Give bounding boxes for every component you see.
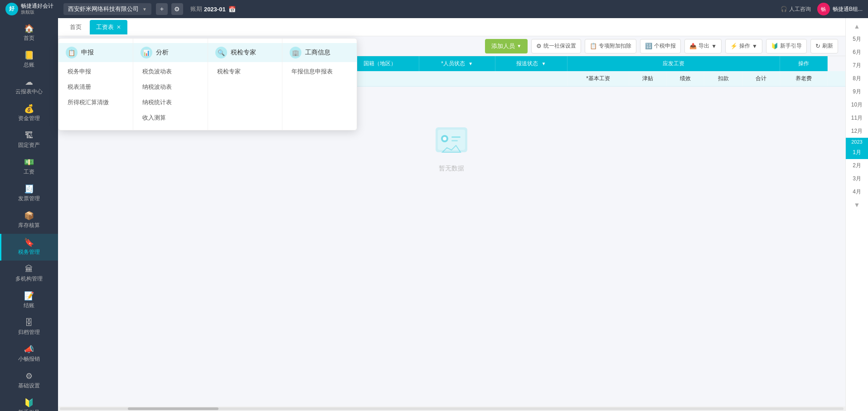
dropdown-section-header-analysis: 📊 分析 bbox=[133, 43, 208, 62]
salary-icon: 💵 bbox=[24, 158, 34, 166]
rp-month-10[interactable]: 10月 bbox=[846, 98, 868, 111]
sidebar-label-multi-org: 多机构管理 bbox=[15, 275, 43, 283]
sidebar-item-settings[interactable]: ⚙ 基础设置 bbox=[0, 367, 58, 394]
sidebar-label-ledger: 总账 bbox=[24, 61, 34, 69]
dropdown-section-expert: 🔍 税检专家 税检专家 bbox=[208, 39, 282, 130]
tab-salary-sheet[interactable]: 工资表 ✕ bbox=[90, 20, 127, 34]
sidebar-item-home[interactable]: 🏠 首页 bbox=[0, 20, 58, 47]
period-info: 账期 2023-01 📅 bbox=[190, 5, 236, 13]
sidebar-item-ledger[interactable]: 📒 总账 bbox=[0, 47, 58, 73]
expert-section-icon: 🔍 bbox=[215, 47, 227, 58]
dropdown-item-tax-register[interactable]: 税表清册 bbox=[58, 79, 133, 95]
rp-month-1[interactable]: 1月 bbox=[846, 146, 868, 159]
tax-declare-btn[interactable]: 🔢 个税申报 bbox=[640, 39, 681, 53]
logo-text-block: 畅捷通好会计 旗舰版 bbox=[21, 3, 53, 15]
rp-month-5[interactable]: 5月 bbox=[846, 33, 868, 46]
add-company-btn[interactable]: ＋ bbox=[156, 3, 168, 15]
sidebar-item-expense[interactable]: 📣 小畅报销 bbox=[0, 341, 58, 367]
th-deduction: 扣款 bbox=[704, 71, 742, 87]
assets-icon: 🏗 bbox=[25, 131, 33, 140]
sidebar-item-guide[interactable]: 🔰 新手引导 bbox=[0, 394, 58, 411]
th-pension: 养老费 bbox=[780, 71, 827, 87]
top-bar: 好 畅捷通好会计 旗舰版 西安虾米网络科技有限公司 ▼ ＋ ⚙ 账期 2023-… bbox=[0, 0, 868, 18]
dropdown-section-header-business: 🏢 工商信息 bbox=[282, 43, 357, 62]
sidebar-label-closing: 结账 bbox=[24, 302, 34, 309]
social-security-btn[interactable]: ⚙ 统一社保设置 bbox=[531, 39, 581, 53]
guide-btn-icon: 🔰 bbox=[771, 43, 778, 49]
app-name: 畅捷通好会计 bbox=[21, 3, 53, 9]
rp-month-3[interactable]: 3月 bbox=[846, 172, 868, 185]
user-info[interactable]: 畅 畅捷通B组... bbox=[817, 3, 863, 15]
rp-month-12[interactable]: 12月 bbox=[846, 125, 868, 138]
dropdown-item-annual-report[interactable]: 年报信息申报表 bbox=[282, 64, 357, 79]
guide-btn[interactable]: 🔰 新手引导 bbox=[766, 39, 807, 53]
operation-btn[interactable]: ⚡ 操作 ▼ bbox=[725, 39, 762, 53]
dropdown-item-income-estimate[interactable]: 收入测算 bbox=[133, 110, 208, 126]
guide-btn-label: 新手引导 bbox=[780, 42, 802, 50]
period-calendar-icon[interactable]: 📅 bbox=[228, 6, 236, 13]
scrollbar-thumb[interactable] bbox=[128, 407, 218, 410]
multi-org-icon: 🏛 bbox=[25, 265, 33, 273]
rp-month-4[interactable]: 4月 bbox=[846, 185, 868, 198]
declare-section-title: 申报 bbox=[81, 48, 94, 57]
home-icon: 🏠 bbox=[24, 24, 34, 33]
export-label: 导出 bbox=[698, 42, 709, 50]
rp-month-6[interactable]: 6月 bbox=[846, 46, 868, 59]
dropdown-item-tax-expert[interactable]: 税检专家 bbox=[208, 64, 282, 79]
rp-up-btn[interactable]: ▲ bbox=[851, 20, 863, 33]
company-selector[interactable]: 西安虾米网络科技有限公司 ▼ bbox=[63, 3, 151, 15]
sidebar-item-fund[interactable]: 💰 资金管理 bbox=[0, 100, 58, 127]
business-section-title: 工商信息 bbox=[305, 48, 330, 57]
service-btn[interactable]: 🎧 人工咨询 bbox=[781, 5, 811, 13]
dropdown-item-income-tax-settlement[interactable]: 所得税汇算清缴 bbox=[58, 95, 133, 110]
sidebar-item-archive[interactable]: 🗄 归档管理 bbox=[0, 314, 58, 341]
dropdown-item-tax-burden[interactable]: 税负波动表 bbox=[133, 64, 208, 79]
tab-home[interactable]: 首页 bbox=[63, 20, 88, 34]
operation-label: 操作 bbox=[739, 42, 750, 50]
sidebar-label-tax: 税务管理 bbox=[18, 248, 40, 256]
rp-month-11[interactable]: 11月 bbox=[846, 111, 868, 125]
period-label: 账期 bbox=[190, 5, 202, 13]
dropdown-item-tax-declare[interactable]: 税务申报 bbox=[58, 64, 133, 79]
rp-month-2[interactable]: 2月 bbox=[846, 159, 868, 172]
export-btn[interactable]: 📤 导出 ▼ bbox=[684, 39, 722, 53]
empty-icon bbox=[429, 123, 474, 159]
sidebar-item-assets[interactable]: 🏗 固定资产 bbox=[0, 127, 58, 154]
user-avatar: 畅 bbox=[817, 3, 830, 15]
horizontal-scrollbar[interactable] bbox=[58, 406, 845, 411]
closing-icon: 📝 bbox=[24, 292, 34, 300]
sidebar-item-closing[interactable]: 📝 结账 bbox=[0, 287, 58, 314]
svg-point-3 bbox=[443, 137, 446, 140]
sidebar-label-salary: 工资 bbox=[24, 168, 34, 176]
th-performance: 绩效 bbox=[667, 71, 704, 87]
rp-down-btn[interactable]: ▼ bbox=[851, 198, 863, 211]
sidebar-item-inventory[interactable]: 📦 库存核算 bbox=[0, 207, 58, 234]
settings-side-icon: ⚙ bbox=[25, 372, 33, 380]
th-operation: 操作 bbox=[780, 56, 827, 71]
sidebar-item-multi-org[interactable]: 🏛 多机构管理 bbox=[0, 261, 58, 287]
logo-icon: 好 bbox=[5, 3, 18, 15]
sidebar-item-invoice[interactable]: 🧾 发票管理 bbox=[0, 180, 58, 207]
add-person-btn[interactable]: 添加人员 ▼ bbox=[485, 39, 528, 53]
filter-report-status[interactable]: ▼ bbox=[542, 61, 546, 66]
filter-person-status[interactable]: ▼ bbox=[468, 61, 473, 66]
refresh-btn[interactable]: ↻ 刷新 bbox=[810, 39, 838, 53]
settings-btn[interactable]: ⚙ bbox=[171, 3, 183, 15]
scrollbar-track bbox=[60, 407, 844, 410]
rp-month-7[interactable]: 7月 bbox=[846, 59, 868, 72]
th-sub-op bbox=[828, 71, 845, 87]
sidebar-item-tax[interactable]: 🔖 税务管理 bbox=[0, 234, 58, 261]
dropdown-item-tax-payment[interactable]: 纳税波动表 bbox=[133, 79, 208, 95]
dropdown-item-tax-stats[interactable]: 纳税统计表 bbox=[133, 95, 208, 110]
operation-arrow: ▼ bbox=[752, 43, 757, 49]
sidebar-item-cloud-report[interactable]: ☁ 云报表中心 bbox=[0, 73, 58, 100]
sidebar-label-expense: 小畅报销 bbox=[18, 355, 40, 363]
rp-month-9[interactable]: 9月 bbox=[846, 85, 868, 98]
dropdown-section-business: 🏢 工商信息 年报信息申报表 bbox=[282, 39, 357, 130]
top-bar-actions: ＋ ⚙ bbox=[156, 3, 183, 15]
tab-close-btn[interactable]: ✕ bbox=[116, 24, 121, 30]
special-deduction-btn[interactable]: 📋 专项附加扣除 bbox=[585, 39, 636, 53]
sidebar-label-cloud: 云报表中心 bbox=[15, 88, 43, 96]
sidebar-item-salary[interactable]: 💵 工资 bbox=[0, 154, 58, 180]
rp-month-8[interactable]: 8月 bbox=[846, 72, 868, 85]
